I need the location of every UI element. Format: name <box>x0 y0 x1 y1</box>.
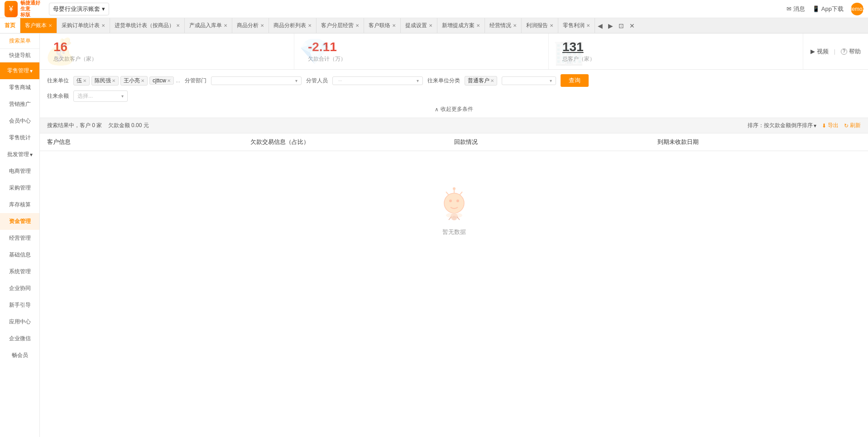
close-icon[interactable]: ✕ <box>355 23 359 28</box>
unit-tag-wu[interactable]: 伍 ✕ <box>73 76 90 86</box>
unit-tag-chen[interactable]: 陈民强 ✕ <box>91 76 119 86</box>
sort-selector[interactable]: 排序：按欠款金额倒序排序 ▾ <box>748 122 816 129</box>
top-bar: ¥ 畅捷通好生意 标版 母婴行业演示账套 ▾ ✉ 消息 📱 App下载 demo… <box>0 0 868 18</box>
unit-class-tag-normal[interactable]: 普通客户 ✕ <box>465 76 497 86</box>
sidebar-item-enterprise-agreement[interactable]: 企业协同 <box>0 280 39 297</box>
sidebar-item-enterprise-wechat[interactable]: 企业微信 <box>0 330 39 347</box>
close-icon[interactable]: ✕ <box>224 23 227 28</box>
sidebar-item-system-mgmt[interactable]: 系统管理 <box>0 263 39 280</box>
close-icon[interactable]: ✕ <box>260 23 264 28</box>
more-options-icon[interactable]: ··· <box>338 78 342 83</box>
table-header: 客户信息 欠款交易信息（占比） 回款情况 到期未收款日期 <box>40 133 868 151</box>
sidebar-item-retail-stats[interactable]: 零售统计 <box>0 129 39 146</box>
sidebar-item-base-info[interactable]: 基础信息 <box>0 247 39 263</box>
tab-improve-settings[interactable]: 提成设置 ✕ <box>401 18 437 33</box>
sidebar-item-retail-mgmt[interactable]: 零售管理 ▾ <box>0 62 39 79</box>
sidebar-item-member[interactable]: 畅会员 <box>0 347 39 364</box>
chevron-down-icon: ▾ <box>295 78 297 83</box>
sidebar-item-inventory[interactable]: 库存核算 <box>0 196 39 213</box>
refresh-button[interactable]: ↻ 刷新 <box>844 122 861 129</box>
svg-point-3 <box>456 200 459 202</box>
unit-tag-cjttcw[interactable]: cjttcw ✕ <box>149 76 174 85</box>
dept-selector[interactable]: ▾ <box>211 76 302 85</box>
search-button[interactable]: 查询 <box>561 74 589 87</box>
video-icon: ▶ <box>810 48 815 55</box>
sidebar-item-purchase[interactable]: 采购管理 <box>0 180 39 196</box>
tag-close-icon[interactable]: ✕ <box>490 78 494 83</box>
tab-new-improve[interactable]: 新增提成方案 ✕ <box>437 18 485 33</box>
close-icon[interactable]: ✕ <box>586 23 590 28</box>
tag-close-icon[interactable]: ✕ <box>112 78 115 83</box>
sidebar-item-finance[interactable]: 资金管理 <box>0 213 39 230</box>
sidebar-item-new-guide[interactable]: 新手引导 <box>0 297 39 314</box>
person-selector[interactable]: ··· ▾ <box>332 76 423 85</box>
col-overdue-info: 欠款交易信息（占比） <box>250 138 454 146</box>
refresh-icon: ↻ <box>844 123 849 129</box>
tag-close-icon[interactable]: ✕ <box>167 78 171 83</box>
sidebar-item-wholesale-mgmt[interactable]: 批发管理 ▾ <box>0 146 39 163</box>
export-icon: ⬇ <box>822 123 826 129</box>
sidebar-quick-nav[interactable]: 快捷导航 <box>0 49 39 62</box>
close-icon[interactable]: ✕ <box>513 23 517 28</box>
sidebar-item-marketing[interactable]: 营销推广 <box>0 96 39 113</box>
dept-filter-label: 分管部门 <box>185 77 206 85</box>
sidebar-item-app-center[interactable]: 应用中心 <box>0 314 39 330</box>
tab-operation-status[interactable]: 经营情况 ✕ <box>485 18 522 33</box>
unit-class-selector[interactable]: ▾ <box>502 76 556 85</box>
message-button[interactable]: ✉ 消息 <box>786 5 805 13</box>
col-customer-info: 客户信息 <box>47 138 250 146</box>
svg-line-6 <box>460 192 462 195</box>
close-icon[interactable]: ✕ <box>176 23 180 28</box>
close-icon[interactable]: ✕ <box>101 23 105 28</box>
collapse-button[interactable]: ∧ 收起更多条件 <box>435 105 473 113</box>
app-download-button[interactable]: 📱 App下载 <box>812 5 844 13</box>
chevron-down-icon: ▾ <box>30 152 33 158</box>
close-icon[interactable]: ✕ <box>48 23 52 28</box>
close-icon[interactable]: ✕ <box>392 23 396 28</box>
sidebar-search[interactable]: 搜索菜单 <box>0 33 39 49</box>
person-filter-label: 分管人员 <box>306 77 328 85</box>
workspace-selector[interactable]: 母婴行业演示账套 ▾ <box>49 3 109 15</box>
tab-customer-segment[interactable]: 客户分层经营 ✕ <box>317 18 364 33</box>
balance-selector[interactable]: 选择... ▾ <box>73 90 128 102</box>
avatar[interactable]: demo2 <box>851 3 863 15</box>
unit-filter-label: 往来单位 <box>47 77 69 85</box>
tab-retail-profit[interactable]: 零售利润 ✕ <box>558 18 595 33</box>
unit-tag-group: 伍 ✕ 陈民强 ✕ 王小亮 ✕ cjttcw ✕ <box>73 76 180 86</box>
video-button[interactable]: ▶ 视频 <box>810 48 829 56</box>
unit-class-label: 往来单位分类 <box>427 77 460 85</box>
sidebar-item-retail-mall[interactable]: 零售商城 <box>0 79 39 96</box>
tab-customer-account[interactable]: 客户账本 ✕ <box>20 18 57 33</box>
tab-customer-contact[interactable]: 客户联络 ✕ <box>364 18 401 33</box>
filter-area: 往来单位 伍 ✕ 陈民强 ✕ 王小亮 ✕ <box>40 70 868 118</box>
logo-area: ¥ 畅捷通好生意 标版 <box>5 0 44 18</box>
close-icon[interactable]: ✕ <box>429 23 432 28</box>
col-payment: 回款情况 <box>454 138 657 146</box>
close-icon[interactable]: ✕ <box>550 23 553 28</box>
tab-product-instock[interactable]: 产成品入库单 ✕ <box>185 18 232 33</box>
tab-scroll-left[interactable]: ◀ <box>595 22 605 29</box>
tab-home[interactable]: 首页 <box>0 18 20 33</box>
close-icon[interactable]: ✕ <box>308 23 312 28</box>
tab-maximize[interactable]: ⊡ <box>616 22 627 29</box>
message-icon: ✉ <box>786 5 791 12</box>
tab-profit-report[interactable]: 利润报告 ✕ <box>522 18 558 33</box>
tab-close-all[interactable]: ✕ <box>627 22 638 29</box>
empty-icon <box>436 187 472 223</box>
sidebar-item-operation[interactable]: 经营管理 <box>0 230 39 247</box>
tab-goods-analysis-list[interactable]: 商品分析列表 ✕ <box>269 18 317 33</box>
sidebar-item-member-center[interactable]: 会员中心 <box>0 113 39 129</box>
tab-goods-analysis[interactable]: 商品分析 ✕ <box>232 18 269 33</box>
export-button[interactable]: ⬇ 导出 <box>822 122 839 129</box>
tab-purchase-order-stat[interactable]: 采购订单统计表 ✕ <box>57 18 110 33</box>
unit-more-btn[interactable]: ... <box>176 77 180 84</box>
tab-instock-stat[interactable]: 进货单统计表（按商品） ✕ <box>110 18 185 33</box>
help-button[interactable]: ? 帮助 <box>841 48 861 56</box>
close-icon[interactable]: ✕ <box>476 23 480 28</box>
filter-row-1: 往来单位 伍 ✕ 陈民强 ✕ 王小亮 ✕ <box>47 74 861 87</box>
tag-close-icon[interactable]: ✕ <box>83 78 86 83</box>
sidebar-item-ecommerce[interactable]: 电商管理 <box>0 163 39 180</box>
tab-scroll-right[interactable]: ▶ <box>605 22 616 29</box>
tag-close-icon[interactable]: ✕ <box>141 78 144 83</box>
unit-tag-wang[interactable]: 王小亮 ✕ <box>120 76 148 86</box>
